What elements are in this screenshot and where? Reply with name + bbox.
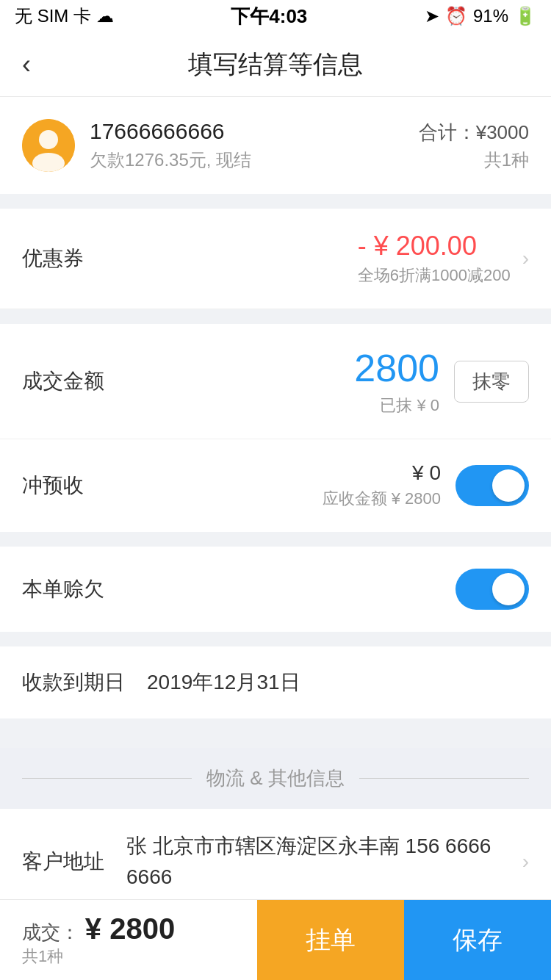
avatar (22, 119, 75, 172)
prepay-toggle[interactable] (455, 465, 529, 506)
bottom-summary: 成交： ¥ 2800 共1种 (0, 912, 257, 968)
total-count: 共1种 (419, 148, 529, 172)
prepay-amount: ¥ 0 (323, 461, 441, 485)
logistics-line-right (359, 778, 529, 779)
logistics-header: 物流 & 其他信息 (0, 748, 551, 809)
section-divider-1 (0, 309, 551, 324)
amount-value: 2800 (354, 346, 439, 390)
nav-bar: ‹ 填写结算等信息 (0, 32, 551, 97)
content-area: 17666666666 欠款1276.35元, 现结 合计：¥3000 共1种 … (0, 97, 551, 980)
amount-label: 成交金额 (22, 367, 104, 395)
customer-totals: 合计：¥3000 共1种 (419, 120, 529, 172)
customer-info: 17666666666 欠款1276.35元, 现结 (90, 119, 251, 172)
discount-label: 优惠券 (22, 245, 84, 273)
logistics-line-left (22, 778, 192, 779)
customer-left: 17666666666 欠款1276.35元, 现结 (22, 119, 251, 172)
amount-section: 成交金额 2800 已抹 ¥ 0 抹零 冲预收 ¥ 0 应收金额 ¥ 2800 (0, 324, 551, 532)
customer-card: 17666666666 欠款1276.35元, 现结 合计：¥3000 共1种 (0, 97, 551, 194)
prepay-receivable: 应收金额 ¥ 2800 (323, 488, 441, 510)
save-button[interactable]: 保存 (404, 900, 551, 981)
customer-phone: 17666666666 (90, 119, 251, 144)
prepay-label: 冲预收 (22, 472, 84, 500)
prepay-value: ¥ 0 应收金额 ¥ 2800 (323, 461, 441, 510)
chevron-right-icon: › (522, 247, 529, 270)
duedate-row: 收款到期日 2019年12月31日 (0, 646, 551, 718)
address-label: 客户地址 (22, 848, 104, 876)
amount-right: 2800 已抹 ¥ 0 抹零 (354, 346, 529, 417)
address-chevron-icon: › (522, 850, 529, 873)
alarm-icon: ⏰ (445, 6, 467, 26)
amount-sub: 已抹 ¥ 0 (354, 394, 439, 417)
status-time: 下午4:03 (231, 4, 307, 29)
section-divider-2 (0, 532, 551, 547)
svg-point-1 (39, 130, 58, 149)
hang-button[interactable]: 挂单 (257, 900, 404, 981)
amount-row: 成交金额 2800 已抹 ¥ 0 抹零 (0, 324, 551, 439)
credit-label: 本单赊欠 (22, 575, 104, 603)
duedate-label: 收款到期日 (22, 669, 125, 696)
section-divider-3 (0, 718, 551, 733)
duedate-value: 2019年12月31日 (147, 669, 300, 696)
battery-icon: 🔋 (514, 6, 536, 26)
sim-status: 无 SIM 卡 ☁ (15, 4, 114, 28)
credit-toggle[interactable] (455, 569, 529, 610)
status-bar: 无 SIM 卡 ☁ 下午4:03 ➤ ⏰ 91% 🔋 (0, 0, 551, 32)
deal-label: 成交： (22, 921, 79, 943)
prepay-row: 冲预收 ¥ 0 应收金额 ¥ 2800 (0, 439, 551, 532)
bottom-bar: 成交： ¥ 2800 共1种 挂单 保存 (0, 899, 551, 980)
bottom-deal-label: 成交： ¥ 2800 (22, 912, 235, 945)
deal-amount: ¥ 2800 (85, 912, 175, 945)
battery-status: 91% (473, 6, 508, 26)
prepay-right: ¥ 0 应收金额 ¥ 2800 (323, 461, 529, 510)
discount-value: - ¥ 200.00 (358, 231, 511, 262)
page-title: 填写结算等信息 (188, 48, 363, 82)
discount-right: - ¥ 200.00 全场6折满1000减200 › (358, 231, 529, 287)
status-left: 无 SIM 卡 ☁ (15, 4, 114, 28)
status-right: ➤ ⏰ 91% 🔋 (425, 6, 536, 26)
bottom-count: 共1种 (22, 945, 235, 968)
back-button[interactable]: ‹ (22, 49, 31, 80)
location-icon: ➤ (425, 6, 439, 26)
address-value: 张 北京市市辖区海淀区永丰南 156 6666 6666 (126, 831, 522, 893)
customer-debt: 欠款1276.35元, 现结 (90, 148, 251, 172)
discount-sub: 全场6折满1000减200 (358, 264, 511, 287)
logistics-text: 物流 & 其他信息 (206, 765, 345, 791)
credit-row: 本单赊欠 (0, 547, 551, 632)
round-button[interactable]: 抹零 (454, 361, 529, 403)
discount-row[interactable]: 优惠券 - ¥ 200.00 全场6折满1000减200 › (0, 209, 551, 309)
total-label: 合计：¥3000 (419, 120, 529, 145)
